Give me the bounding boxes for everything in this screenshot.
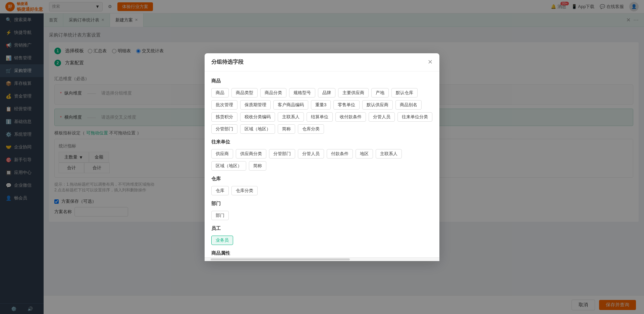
tag-admin-person[interactable]: 分管人员 (369, 112, 395, 122)
tag-brand[interactable]: 品牌 (318, 88, 335, 98)
tag-grid-partner: 供应商 供应商分类 分管部门 分管人员 付款条件 地区 主联系人 区域（地区） … (211, 149, 433, 171)
modal-overlay: 分组待选字段 ✕ 商品 商品 商品类型 商品分类 规格型号 品牌 主要供应商 产… (0, 0, 644, 314)
tag-weight3[interactable]: 重量3 (311, 100, 331, 110)
tag-short-name-partner[interactable]: 简称 (249, 161, 266, 171)
section-title-goods: 商品 (211, 78, 433, 84)
tag-dept-partner[interactable]: 分管部门 (269, 149, 295, 159)
tag-partner-category[interactable]: 往来单位分类 (397, 112, 432, 122)
tag-tax-code[interactable]: 税收分类编码 (240, 112, 275, 122)
section-title-warehouse: 仓库 (211, 176, 433, 182)
tag-payment-cond[interactable]: 付款条件 (327, 149, 353, 159)
tag-region-goods[interactable]: 区域（地区） (240, 124, 275, 134)
section-title-goods-attr: 商品属性 (211, 250, 433, 256)
tag-payment-terms[interactable]: 收付款条件 (335, 112, 366, 122)
tag-area-partner[interactable]: 区域（地区） (211, 161, 246, 171)
modal-close-icon[interactable]: ✕ (428, 59, 433, 65)
tag-warehouse[interactable]: 仓库 (211, 186, 229, 195)
section-title-staff: 员工 (211, 226, 433, 232)
tag-main-contact-partner[interactable]: 主联系人 (376, 149, 402, 159)
tag-warehouse-category-goods[interactable]: 仓库分类 (298, 124, 324, 134)
tag-default-supplier[interactable]: 默认供应商 (362, 100, 393, 110)
tag-retail-unit[interactable]: 零售单位 (333, 100, 360, 110)
tag-admin-dept[interactable]: 分管部门 (211, 124, 237, 134)
tag-default-warehouse[interactable]: 默认仓库 (391, 88, 418, 98)
tag-dept[interactable]: 部门 (211, 211, 229, 220)
modal-title: 分组待选字段 (211, 59, 244, 66)
section-title-dept: 部门 (211, 201, 433, 207)
tag-expiry-mgmt[interactable]: 保质期管理 (240, 100, 271, 110)
tag-grid-warehouse: 仓库 仓库分类 (211, 186, 433, 195)
tag-customer-code[interactable]: 客户商品编码 (273, 100, 308, 110)
tag-supplier-category[interactable]: 供应商分类 (236, 149, 266, 159)
tag-grid-dept: 部门 (211, 211, 433, 220)
tag-origin[interactable]: 产地 (371, 88, 389, 98)
hscroll-thumb (211, 258, 350, 260)
tag-goods[interactable]: 商品 (211, 88, 229, 98)
tag-region-partner[interactable]: 地区 (356, 149, 373, 159)
tag-main-contact[interactable]: 主联系人 (278, 112, 304, 122)
modal-body[interactable]: 商品 商品 商品类型 商品分类 规格型号 品牌 主要供应商 产地 默认仓库 批次… (205, 71, 439, 258)
tag-salesperson[interactable]: 业务员 (211, 236, 233, 245)
tag-batch-mgmt[interactable]: 批次管理 (211, 100, 237, 110)
tag-goods-alias[interactable]: 商品别名 (395, 100, 422, 110)
tag-supplier[interactable]: 供应商 (211, 149, 233, 159)
tag-person-partner[interactable]: 分管人员 (298, 149, 324, 159)
tag-short-name-goods[interactable]: 简称 (278, 124, 295, 134)
tag-grid-staff: 业务员 (211, 236, 433, 245)
tag-pick-points[interactable]: 拣货积分 (211, 112, 237, 122)
tag-goods-type[interactable]: 商品类型 (231, 88, 258, 98)
modal-dialog: 分组待选字段 ✕ 商品 商品 商品类型 商品分类 规格型号 品牌 主要供应商 产… (205, 53, 439, 261)
tag-spec-model[interactable]: 规格型号 (289, 88, 315, 98)
tag-goods-category[interactable]: 商品分类 (260, 88, 286, 98)
tag-warehouse-category[interactable]: 仓库分类 (231, 186, 258, 195)
section-title-partner: 往来单位 (211, 139, 433, 145)
modal-header: 分组待选字段 ✕ (205, 53, 439, 71)
tag-grid-goods: 商品 商品类型 商品分类 规格型号 品牌 主要供应商 产地 默认仓库 批次管理 … (211, 88, 433, 134)
tag-settle-unit[interactable]: 结算单位 (307, 112, 333, 122)
modal-horizontal-scrollbar[interactable] (205, 257, 439, 261)
tag-main-supplier[interactable]: 主要供应商 (338, 88, 369, 98)
